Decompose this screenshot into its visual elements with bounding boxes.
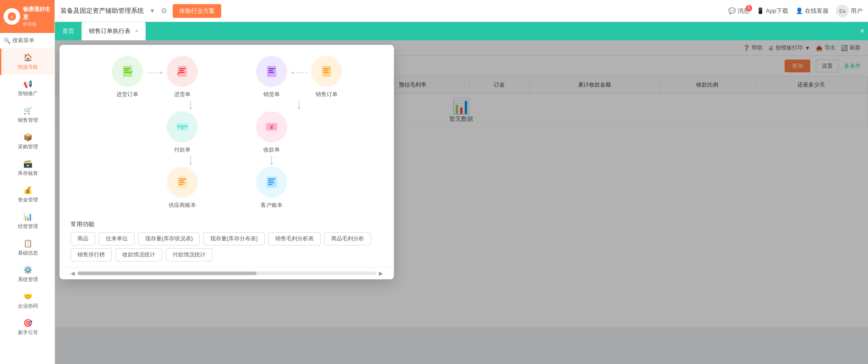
app-download-btn[interactable]: 📱 App下载 (757, 7, 788, 15)
svg-rect-32 (323, 70, 328, 71)
sidebar-item-label: 营销推广 (18, 90, 38, 97)
svg-marker-29 (291, 71, 294, 74)
sidebar-nav: 🏠 快捷导航 📢 营销推广 🛒 销售管理 📦 采购管理 🗃️ 库存核算 💰 (0, 49, 55, 364)
sidebar-logo: 6 畅康通好生意 标准版 (0, 0, 55, 33)
sales-receipt-label: 销货单 (263, 91, 280, 98)
online-service-btn[interactable]: 👤 在线客服 (796, 7, 829, 15)
svg-text:6: 6 (11, 15, 13, 19)
sidebar-item-marketing[interactable]: 📢 营销推广 (0, 75, 55, 102)
common-functions: 常用功能 商品 往来单位 现存量(库存状况表) 现存量(库存分布表) 销售毛利分… (60, 217, 394, 267)
func-btn-partner[interactable]: 往来单位 (99, 232, 135, 245)
sales-receipt-icon (256, 56, 287, 87)
func-btn-stock-dist[interactable]: 现存量(库存分布表) (203, 232, 265, 245)
flow-node-sales-order[interactable]: 销售订单 (311, 56, 342, 98)
purchase-order-icon (112, 56, 143, 87)
svg-rect-21 (179, 180, 184, 181)
app-download-label: App下载 (766, 7, 788, 15)
logo-sub: 标准版 (23, 21, 51, 27)
svg-rect-23 (179, 184, 183, 185)
system-title: 装备及固定资产辅助管理系统 (60, 7, 144, 15)
experience-btn[interactable]: 体验行业方案 (173, 4, 221, 18)
flow-node-customer-account[interactable]: 客户账本 (256, 167, 287, 209)
svg-rect-26 (268, 70, 273, 71)
purchase-order-label: 进货订单 (116, 91, 138, 98)
purchase-icon: 📦 (23, 133, 33, 141)
sidebar-item-label: 销售管理 (18, 117, 38, 124)
sales-icon: 🛒 (23, 106, 33, 115)
sidebar-item-system[interactable]: ⚙️ 系统管理 (0, 261, 55, 288)
settings-icon[interactable]: ⚙ (161, 6, 167, 15)
tabbar: 首页 销售订单执行表 × × (55, 22, 868, 40)
sidebar-item-purchase[interactable]: 📦 采购管理 (0, 128, 55, 155)
tab-bar-end: × (146, 27, 868, 35)
sidebar-item-sales[interactable]: 🛒 销售管理 (0, 102, 55, 128)
sidebar-item-inventory[interactable]: 🗃️ 库存核算 (0, 155, 55, 181)
scroll-track[interactable] (77, 272, 376, 275)
sidebar-item-label: 采购管理 (18, 143, 38, 150)
func-btn-collection-stat[interactable]: 收款情况统计 (115, 248, 162, 261)
svg-marker-35 (298, 108, 300, 110)
message-badge: 6 (746, 5, 752, 11)
sidebar-item-quick[interactable]: 🏠 快捷导航 (0, 49, 55, 75)
tab-close-icon[interactable]: × (135, 28, 138, 34)
search-menu[interactable]: 🔍 搜索菜单 (0, 33, 55, 49)
flow-node-purchase-order[interactable]: 进货订单 (112, 56, 143, 98)
topbar-right: 💬 消息 6 📱 App下载 👤 在线客服 Ea 用户 (728, 5, 863, 17)
scroll-thumb (77, 272, 257, 275)
close-all-tabs-btn[interactable]: × (860, 27, 864, 35)
avatar: Ea (836, 5, 849, 17)
sidebar-item-guide[interactable]: 🎯 新手引导 (0, 314, 55, 341)
quick-nav-modal: 进货订单 (60, 45, 394, 279)
flow-node-collection[interactable]: ¥ 收款单 (256, 111, 287, 154)
svg-rect-42 (268, 179, 275, 179)
user-label: 用户 (851, 7, 863, 15)
svg-text:¥: ¥ (270, 124, 273, 130)
tab-home-label: 首页 (62, 27, 74, 35)
customer-account-label: 客户账本 (261, 201, 283, 209)
svg-marker-40 (270, 163, 273, 165)
sidebar-item-label: 基础信息 (18, 250, 38, 256)
tab-sales-order[interactable]: 销售订单执行表 × (82, 22, 146, 40)
svg-rect-5 (124, 72, 130, 73)
sidebar-item-operations[interactable]: 📊 经营管理 (0, 208, 55, 234)
flow-node-payment[interactable]: ¥ 付款单 (167, 111, 198, 154)
scroll-left-btn[interactable]: ◀ (71, 270, 75, 277)
sales-order-icon (311, 56, 342, 87)
func-btn-goods[interactable]: 商品 (71, 232, 95, 245)
svg-rect-9 (179, 68, 186, 69)
modal-overlay[interactable]: 进货订单 (55, 40, 868, 364)
user-menu[interactable]: Ea 用户 (836, 5, 863, 17)
search-icon: 🔍 (4, 38, 11, 44)
func-btn-sales-rank[interactable]: 销售排行榜 (71, 248, 112, 261)
flow-node-purchase-receipt[interactable]: 进货单 (167, 56, 198, 98)
scroll-right-btn[interactable]: ▶ (379, 270, 383, 277)
marketing-icon: 📢 (23, 80, 33, 88)
sales-order-label: 销售订单 (316, 91, 338, 98)
svg-rect-4 (124, 70, 129, 71)
online-service-label: 在线客服 (805, 7, 829, 15)
message-btn[interactable]: 💬 消息 6 (728, 7, 749, 15)
tab-home[interactable]: 首页 (55, 22, 82, 40)
enterprise-icon: 🤝 (23, 292, 33, 301)
supplier-account-label: 供应商账本 (169, 201, 196, 209)
func-btn-payment-stat[interactable]: 付款情况统计 (166, 248, 213, 261)
func-btn-stock-status[interactable]: 现存量(库存状况表) (138, 232, 200, 245)
system-icon: ⚙️ (23, 266, 33, 274)
flow-node-sales-receipt[interactable]: 销货单 (256, 56, 287, 98)
func-btn-sales-profit[interactable]: 销售毛利分析表 (268, 232, 321, 245)
sidebar: 6 畅康通好生意 标准版 🔍 搜索菜单 🏠 快捷导航 📢 营销推广 🛒 销售管理 (0, 0, 55, 364)
logo-title: 畅康通好生意 (23, 5, 51, 21)
service-icon: 👤 (796, 7, 803, 14)
finance-icon: 💰 (23, 186, 33, 195)
sidebar-item-basic[interactable]: 📋 基础信息 (0, 234, 55, 261)
svg-rect-22 (179, 182, 185, 183)
svg-rect-25 (268, 68, 275, 69)
flow-node-supplier-account[interactable]: 供应商账本 (167, 167, 198, 209)
title-dropdown-icon[interactable]: ▼ (149, 7, 155, 14)
sidebar-item-finance[interactable]: 💰 资金管理 (0, 181, 55, 208)
sidebar-item-enterprise[interactable]: 🤝 企业协同 (0, 288, 55, 314)
func-btn-goods-profit[interactable]: 商品毛利分析 (324, 232, 371, 245)
tab-sales-order-label: 销售订单执行表 (89, 27, 131, 35)
svg-rect-31 (323, 68, 330, 69)
sidebar-item-label: 快捷导航 (18, 64, 38, 71)
